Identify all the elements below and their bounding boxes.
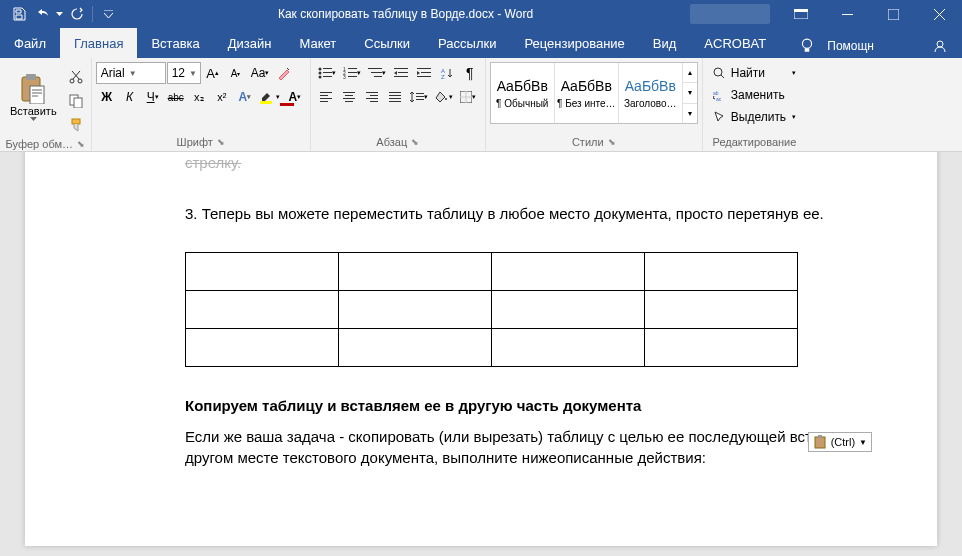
svg-point-18	[318, 72, 321, 75]
tab-view[interactable]: Вид	[639, 28, 691, 58]
svg-point-6	[937, 41, 943, 47]
svg-rect-35	[421, 72, 431, 73]
share-icon[interactable]	[926, 34, 954, 58]
copy-icon[interactable]	[65, 90, 87, 112]
tab-acrobat[interactable]: ACROBAT	[690, 28, 780, 58]
tab-home[interactable]: Главная	[60, 28, 137, 58]
multilevel-list-icon[interactable]: ▾	[365, 62, 389, 84]
bullets-icon[interactable]: ▾	[315, 62, 339, 84]
svg-rect-9	[30, 86, 44, 104]
borders-icon[interactable]: ▾	[457, 86, 479, 108]
save-icon[interactable]	[6, 2, 32, 26]
paragraph-launcher-icon[interactable]: ⬊	[411, 137, 419, 147]
tab-layout[interactable]: Макет	[285, 28, 350, 58]
svg-rect-25	[348, 72, 357, 73]
style-scroll-down-icon[interactable]: ▾	[683, 83, 697, 103]
doc-cutoff-text: стрелку.	[185, 152, 877, 173]
italic-button[interactable]: К	[119, 86, 141, 108]
svg-rect-14	[72, 119, 80, 124]
tab-mailings[interactable]: Рассылки	[424, 28, 510, 58]
quick-access-toolbar	[0, 2, 121, 26]
page[interactable]: стрелку. 3. Теперь вы можете переместить…	[25, 152, 937, 546]
align-right-icon[interactable]	[361, 86, 383, 108]
svg-rect-30	[374, 76, 382, 77]
tab-insert[interactable]: Вставка	[137, 28, 213, 58]
align-center-icon[interactable]	[338, 86, 360, 108]
table-row[interactable]	[186, 291, 798, 329]
svg-point-60	[714, 68, 722, 76]
grow-font-icon[interactable]: A▴	[202, 62, 224, 84]
tab-references[interactable]: Ссылки	[350, 28, 424, 58]
lightbulb-icon	[799, 38, 815, 54]
user-account[interactable]	[690, 4, 770, 24]
svg-rect-56	[416, 96, 424, 97]
select-button[interactable]: Выделить▾	[707, 106, 802, 128]
style-scroll-up-icon[interactable]: ▴	[683, 63, 697, 83]
style-normal[interactable]: АаБбВв ¶ Обычный	[491, 63, 555, 123]
decrease-indent-icon[interactable]	[390, 62, 412, 84]
paste-options-button[interactable]: (Ctrl) ▼	[808, 432, 872, 452]
font-launcher-icon[interactable]: ⬊	[217, 137, 225, 147]
font-size-combo[interactable]: 12▼	[167, 62, 201, 84]
svg-rect-45	[343, 98, 355, 99]
font-color-icon[interactable]: A▾	[284, 86, 306, 108]
subscript-button[interactable]: x₂	[188, 86, 210, 108]
justify-icon[interactable]	[384, 86, 406, 108]
numbering-icon[interactable]: 123▾	[340, 62, 364, 84]
styles-group-label: Стили	[572, 136, 604, 148]
qat-customize-icon[interactable]	[95, 2, 121, 26]
shrink-font-icon[interactable]: A▾	[225, 62, 247, 84]
svg-rect-21	[323, 76, 332, 77]
underline-button[interactable]: Ч▾	[142, 86, 164, 108]
svg-rect-48	[370, 95, 378, 96]
align-left-icon[interactable]	[315, 86, 337, 108]
font-name-combo[interactable]: Arial▼	[96, 62, 166, 84]
show-marks-icon[interactable]: ¶	[459, 62, 481, 84]
superscript-button[interactable]: x²	[211, 86, 233, 108]
clipboard-launcher-icon[interactable]: ⬊	[77, 139, 85, 149]
clear-formatting-icon[interactable]	[273, 62, 295, 84]
table-row[interactable]	[186, 329, 798, 367]
format-painter-icon[interactable]	[65, 114, 87, 136]
replace-icon: abac	[713, 89, 725, 101]
shading-icon[interactable]: ▾	[432, 86, 456, 108]
doc-table[interactable]	[185, 252, 798, 367]
tab-file[interactable]: Файл	[0, 28, 60, 58]
minimize-icon[interactable]	[824, 0, 870, 28]
svg-rect-5	[805, 48, 810, 51]
find-button[interactable]: Найти▾	[707, 62, 802, 84]
styles-launcher-icon[interactable]: ⬊	[608, 137, 616, 147]
svg-rect-42	[320, 101, 328, 102]
style-no-spacing[interactable]: АаБбВв ¶ Без инте…	[555, 63, 619, 123]
redo-icon[interactable]	[64, 2, 90, 26]
text-effects-icon[interactable]: A▾	[234, 86, 256, 108]
sort-icon[interactable]: AZ	[436, 62, 458, 84]
svg-rect-63	[815, 437, 825, 448]
clipboard-icon	[17, 73, 49, 105]
strikethrough-button[interactable]: abc	[165, 86, 187, 108]
ribbon-options-icon[interactable]	[778, 0, 824, 28]
paste-label: Вставить	[10, 105, 57, 117]
document-area[interactable]: стрелку. 3. Теперь вы можете переместить…	[0, 152, 962, 556]
increase-indent-icon[interactable]	[413, 62, 435, 84]
svg-rect-31	[394, 68, 408, 69]
undo-dropdown-icon[interactable]	[54, 2, 64, 26]
style-expand-icon[interactable]: ▾	[683, 104, 697, 123]
svg-rect-49	[366, 98, 378, 99]
svg-rect-8	[26, 74, 36, 80]
window-controls	[778, 0, 962, 28]
table-row[interactable]	[186, 253, 798, 291]
style-heading1[interactable]: АаБбВв Заголово…	[619, 63, 683, 123]
paste-button[interactable]: Вставить	[4, 62, 63, 132]
change-case-icon[interactable]: Aa▾	[248, 62, 273, 84]
close-icon[interactable]	[916, 0, 962, 28]
tab-review[interactable]: Рецензирование	[510, 28, 638, 58]
bold-button[interactable]: Ж	[96, 86, 118, 108]
replace-button[interactable]: abac Заменить	[707, 84, 802, 106]
cut-icon[interactable]	[65, 66, 87, 88]
tab-design[interactable]: Дизайн	[214, 28, 286, 58]
line-spacing-icon[interactable]: ▾	[407, 86, 431, 108]
search-icon	[713, 67, 725, 79]
tell-me[interactable]: Помощн	[799, 34, 962, 58]
maximize-icon[interactable]	[870, 0, 916, 28]
